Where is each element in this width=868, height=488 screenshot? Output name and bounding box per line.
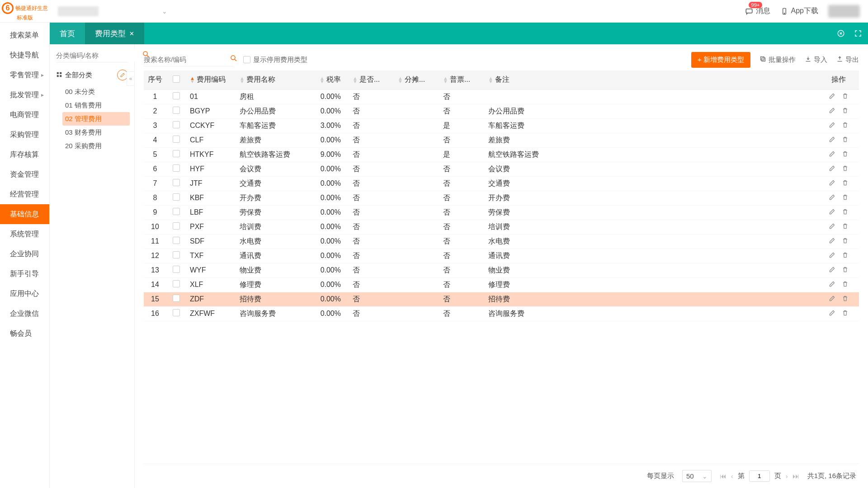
sidebar-item[interactable]: 基础信息 — [0, 204, 49, 224]
row-edit-button[interactable] — [829, 237, 835, 246]
table-search-input[interactable] — [144, 53, 230, 66]
row-edit-button[interactable] — [829, 93, 835, 101]
row-edit-button[interactable] — [829, 194, 835, 202]
table-row[interactable]: 3CCKYF车船客运费3.00%否是车船客运费 — [144, 118, 859, 133]
sidebar-item[interactable]: 企业协同 — [0, 244, 49, 264]
company-selector[interactable]: ⌄ — [58, 6, 167, 16]
sidebar-item[interactable]: 零售管理▸ — [0, 65, 49, 85]
table-row[interactable]: 2BGYP办公用品费0.00%否否办公用品费 — [144, 104, 859, 118]
row-delete-button[interactable] — [842, 122, 849, 130]
row-delete-button[interactable] — [842, 295, 849, 304]
row-edit-button[interactable] — [829, 150, 835, 159]
row-delete-button[interactable] — [842, 266, 849, 275]
cell-checkbox[interactable] — [166, 277, 186, 292]
row-delete-button[interactable] — [842, 150, 849, 159]
sidebar-item[interactable]: 企业微信 — [0, 304, 49, 324]
category-item[interactable]: 00 未分类 — [62, 85, 130, 99]
row-edit-button[interactable] — [829, 281, 835, 289]
table-row[interactable]: 10PXF培训费0.00%否否培训费 — [144, 220, 859, 234]
sidebar-item[interactable]: 新手引导 — [0, 264, 49, 284]
cell-checkbox[interactable] — [166, 104, 186, 118]
th-remark[interactable]: ▲▼备注 — [485, 70, 818, 89]
cell-checkbox[interactable] — [166, 162, 186, 176]
row-delete-button[interactable] — [842, 281, 849, 289]
collapse-panel-button[interactable]: « — [127, 71, 135, 86]
th-rate[interactable]: ▲▼税率 — [308, 70, 349, 89]
row-delete-button[interactable] — [842, 165, 849, 174]
cell-checkbox[interactable] — [166, 147, 186, 162]
row-delete-button[interactable] — [842, 93, 849, 101]
row-delete-button[interactable] — [842, 194, 849, 202]
last-page-button[interactable]: ⏭ — [793, 472, 799, 480]
row-delete-button[interactable] — [842, 252, 849, 260]
category-item[interactable]: 20 采购费用 — [62, 139, 130, 153]
th-yn3[interactable]: ▲▼普票... — [439, 70, 485, 89]
table-row[interactable]: 8KBF开办费0.00%否否开办费 — [144, 191, 859, 205]
sidebar-item[interactable]: 快捷导航 — [0, 45, 49, 65]
cell-checkbox[interactable] — [166, 292, 186, 306]
th-yn2[interactable]: ▲▼分摊... — [394, 70, 439, 89]
table-row[interactable]: 13WYF物业费0.00%否否物业费 — [144, 263, 859, 277]
cell-checkbox[interactable] — [166, 306, 186, 321]
sidebar-item[interactable]: 电商管理 — [0, 105, 49, 125]
search-icon[interactable] — [142, 50, 150, 61]
row-edit-button[interactable] — [829, 107, 835, 116]
table-row[interactable]: 101房租0.00%否否 — [144, 89, 859, 104]
cell-checkbox[interactable] — [166, 234, 186, 249]
category-search-input[interactable] — [56, 49, 142, 62]
sidebar-item[interactable]: 批发管理▸ — [0, 85, 49, 105]
th-checkbox[interactable] — [166, 70, 186, 89]
export-button[interactable]: 导出 — [836, 56, 859, 64]
row-delete-button[interactable] — [842, 179, 849, 188]
category-item[interactable]: 02 管理费用 — [62, 112, 130, 126]
row-edit-button[interactable] — [829, 310, 835, 318]
row-edit-button[interactable] — [829, 252, 835, 260]
row-edit-button[interactable] — [829, 179, 835, 188]
fullscreen-button[interactable] — [852, 27, 864, 40]
add-fee-type-button[interactable]: + 新增费用类型 — [691, 52, 750, 68]
table-row[interactable]: 15ZDF招待费0.00%否否招待费 — [144, 292, 859, 306]
th-code[interactable]: ▲▼费用编码 — [186, 70, 236, 89]
row-edit-button[interactable] — [829, 165, 835, 174]
per-page-select[interactable]: 50 ⌄ — [682, 470, 712, 482]
cell-checkbox[interactable] — [166, 118, 186, 133]
sidebar-item[interactable]: 系统管理 — [0, 224, 49, 244]
table-row[interactable]: 11SDF水电费0.00%否否水电费 — [144, 234, 859, 249]
tab-fee-type[interactable]: 费用类型 ✕ — [85, 23, 144, 44]
th-yn1[interactable]: ▲▼是否... — [349, 70, 394, 89]
table-row[interactable]: 5HTKYF航空铁路客运费9.00%否是航空铁路客运费 — [144, 147, 859, 162]
category-item[interactable]: 01 销售费用 — [62, 99, 130, 112]
row-edit-button[interactable] — [829, 223, 835, 231]
table-row[interactable]: 4CLF差旅费0.00%否否差旅费 — [144, 133, 859, 147]
row-delete-button[interactable] — [842, 223, 849, 231]
table-row[interactable]: 16ZXFWF咨询服务费0.00%否否咨询服务费 — [144, 306, 859, 321]
table-row[interactable]: 7JTF交通费0.00%否否交通费 — [144, 176, 859, 191]
sidebar-item[interactable]: 资金管理 — [0, 164, 49, 184]
row-edit-button[interactable] — [829, 266, 835, 275]
cell-checkbox[interactable] — [166, 191, 186, 205]
row-delete-button[interactable] — [842, 208, 849, 217]
app-download-button[interactable]: App下载 — [780, 6, 818, 16]
messages-button[interactable]: 99+ 消息 — [745, 6, 770, 16]
tab-close-all-button[interactable] — [835, 27, 847, 40]
th-name[interactable]: ▲▼费用名称 — [236, 70, 308, 89]
sidebar-item[interactable]: 应用中心 — [0, 284, 49, 304]
row-delete-button[interactable] — [842, 310, 849, 318]
sidebar-item[interactable]: 畅会员 — [0, 324, 49, 343]
cell-checkbox[interactable] — [166, 89, 186, 104]
sidebar-item[interactable]: 采购管理 — [0, 125, 49, 145]
category-item[interactable]: 03 财务费用 — [62, 126, 130, 139]
next-page-button[interactable]: › — [786, 472, 788, 480]
row-delete-button[interactable] — [842, 107, 849, 116]
row-edit-button[interactable] — [829, 122, 835, 130]
tab-home[interactable]: 首页 — [50, 23, 85, 44]
cell-checkbox[interactable] — [166, 133, 186, 147]
cell-checkbox[interactable] — [166, 220, 186, 234]
row-delete-button[interactable] — [842, 237, 849, 246]
sidebar-item[interactable]: 搜索菜单 — [0, 25, 49, 45]
table-row[interactable]: 9LBF劳保费0.00%否否劳保费 — [144, 205, 859, 220]
row-edit-button[interactable] — [829, 295, 835, 304]
row-edit-button[interactable] — [829, 208, 835, 217]
row-edit-button[interactable] — [829, 136, 835, 145]
search-icon[interactable] — [230, 54, 238, 65]
